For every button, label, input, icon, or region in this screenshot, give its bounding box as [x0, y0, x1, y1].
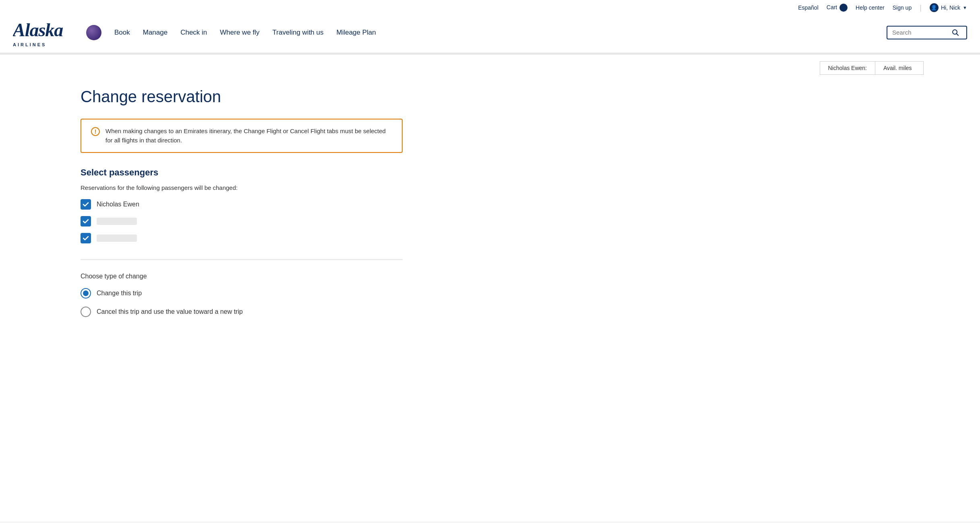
checkmark-icon-2: [83, 218, 89, 224]
search-input[interactable]: [892, 29, 949, 36]
user-avatar-icon: 👤: [930, 3, 939, 12]
checkmark-icon-1: [83, 201, 89, 208]
nav-book[interactable]: Book: [114, 29, 130, 37]
passengers-subtitle: Reservations for the following passenger…: [81, 184, 403, 191]
passenger-checkbox-2[interactable]: [81, 216, 91, 226]
checkmark-icon-3: [83, 235, 89, 241]
user-greeting[interactable]: 👤 Hi, Nick ▼: [930, 3, 967, 12]
alert-message: When making changes to an Emirates itine…: [105, 127, 392, 145]
header-main: Alaska AIRLINES Book Manage Check in Whe…: [13, 14, 967, 53]
nav-check-in[interactable]: Check in: [180, 29, 207, 37]
oneworld-globe-icon: [86, 25, 101, 40]
sign-up-link[interactable]: Sign up: [893, 4, 912, 11]
warning-icon: !: [91, 127, 100, 136]
cart-badge: 0: [839, 4, 848, 12]
help-center-link[interactable]: Help center: [856, 4, 885, 11]
svg-text:!: !: [95, 128, 97, 135]
nav-mileage-plan[interactable]: Mileage Plan: [337, 29, 376, 37]
alaska-airlines-logo[interactable]: Alaska AIRLINES: [13, 18, 81, 47]
logo-airlines-text: AIRLINES: [13, 42, 46, 47]
nav-traveling-with-us[interactable]: Traveling with us: [273, 29, 324, 37]
passenger-name-1: Nicholas Ewen: [97, 201, 139, 208]
header: Español Cart 0 Help center Sign up | 👤 H…: [0, 0, 980, 53]
passenger-name-3-redacted: [97, 235, 137, 242]
change-type-title: Choose type of change: [81, 273, 403, 280]
radio-label-1: Change this trip: [97, 290, 142, 297]
section-divider: [81, 259, 403, 260]
miles-bar-label: Nicholas Ewen:: [820, 61, 876, 75]
passenger-name-2-redacted: [97, 218, 137, 225]
radio-options: Change this trip Cancel this trip and us…: [81, 288, 403, 317]
main-area: Change reservation ! When making changes…: [0, 75, 483, 317]
passenger-list: Nicholas Ewen: [81, 199, 403, 243]
passenger-checkbox-3[interactable]: [81, 233, 91, 243]
passenger-item-1: Nicholas Ewen: [81, 199, 403, 210]
radio-label-2: Cancel this trip and use the value towar…: [97, 308, 243, 315]
radio-button-1[interactable]: [81, 288, 91, 299]
radio-change-this-trip[interactable]: Change this trip: [81, 288, 403, 299]
search-box[interactable]: [887, 26, 967, 39]
logo-alaska-text: Alaska: [13, 18, 81, 42]
main-navigation: Book Manage Check in Where we fly Travel…: [114, 29, 887, 37]
passenger-checkbox-1[interactable]: [81, 199, 91, 210]
alaska-wordmark-svg: Alaska: [13, 18, 81, 40]
search-icon: [952, 29, 959, 36]
cart-link[interactable]: Cart 0: [827, 4, 848, 12]
svg-line-2: [957, 33, 959, 35]
page-content: Nicholas Ewen: Avail. miles Change reser…: [0, 55, 980, 521]
emirates-alert-box: ! When making changes to an Emirates iti…: [81, 119, 403, 153]
nav-where-we-fly[interactable]: Where we fly: [220, 29, 259, 37]
radio-button-2[interactable]: [81, 307, 91, 317]
passenger-item-3: [81, 233, 403, 243]
radio-inner-1: [83, 290, 89, 296]
utility-bar: Español Cart 0 Help center Sign up | 👤 H…: [13, 0, 967, 14]
chevron-down-icon: ▼: [963, 5, 967, 10]
passenger-item-2: [81, 216, 403, 226]
svg-text:Alaska: Alaska: [13, 20, 63, 40]
espanol-link[interactable]: Español: [798, 4, 819, 11]
nav-divider: |: [920, 4, 922, 12]
select-passengers-title: Select passengers: [81, 167, 403, 178]
alert-circle-icon: !: [91, 127, 100, 138]
miles-bar: Nicholas Ewen: Avail. miles: [0, 55, 980, 75]
page-title: Change reservation: [81, 88, 403, 106]
nav-manage[interactable]: Manage: [143, 29, 167, 37]
radio-cancel-and-use-value[interactable]: Cancel this trip and use the value towar…: [81, 307, 403, 317]
logo-area: Alaska AIRLINES: [13, 18, 101, 47]
search-button[interactable]: [952, 29, 959, 36]
miles-bar-value: Avail. miles: [875, 61, 924, 75]
